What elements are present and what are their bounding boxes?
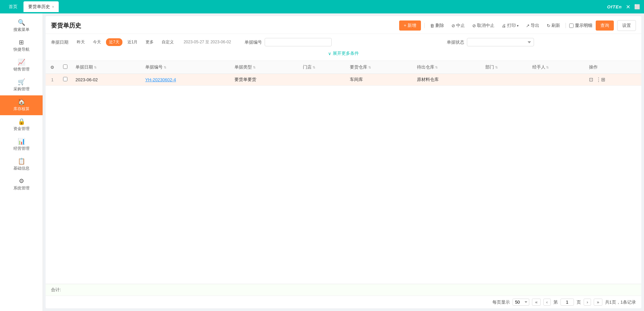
doc-status-select[interactable] <box>467 38 534 46</box>
row-req-warehouse: 车间库 <box>346 74 413 86</box>
settings-button[interactable]: 设置 <box>617 20 636 31</box>
table-footer: 合计: <box>46 284 641 296</box>
row-doc-type: 要货单要货 <box>230 74 299 86</box>
row-doc-number[interactable]: YH-20230602-4 <box>141 74 230 86</box>
footer-total-label: 合计: <box>51 287 61 293</box>
last-page-button[interactable]: » <box>594 299 602 306</box>
new-button[interactable]: + 新增 <box>399 20 421 31</box>
th-handler[interactable]: 经手人 <box>528 61 585 74</box>
display-detail-checkbox-wrap[interactable]: 显示明细 <box>569 23 592 29</box>
inventory-icon: 🏠 <box>18 99 25 105</box>
window-close-icon[interactable]: ✕ <box>626 4 630 10</box>
display-detail-checkbox[interactable] <box>569 24 574 28</box>
page-header: 要货单历史 + 新增 🗑 删除 ⊘ 中止 ⊘ 取消中止 🖨 打 <box>46 16 641 34</box>
th-dept[interactable]: 部门 <box>481 61 528 74</box>
sidebar-item-finance-mgmt[interactable]: 🔒 资金管理 <box>0 115 43 135</box>
date-btn-yesterday[interactable]: 昨天 <box>74 38 88 46</box>
date-range-display: 2023-05-27 至 2023-06-02 <box>183 39 231 45</box>
toolbar-divider-2 <box>566 23 566 28</box>
date-btn-1month[interactable]: 近1月 <box>124 38 141 46</box>
refresh-button[interactable]: ↻ 刷新 <box>545 21 562 30</box>
next-page-button[interactable]: › <box>584 299 591 306</box>
filter-row-1: 单据日期 昨天 今天 近7天 近1月 更多 自定义 2023-05-27 至 2… <box>51 38 636 46</box>
top-bar: 首页 要货单历史 × OfTEn ✕ ⬜ <box>0 0 644 13</box>
data-table: ⚙ 单据日期 单据编号 单据类型 门店 要货仓库 待出仓库 部门 经手人 操作 <box>46 61 641 86</box>
th-action: 操作 <box>585 61 641 74</box>
per-page-select[interactable]: 50 20 100 <box>513 299 529 306</box>
row-checkbox[interactable] <box>63 77 67 81</box>
sidebar-item-inventory[interactable]: 🏠 库存核算 <box>0 95 43 115</box>
purchase-mgmt-icon: 🛒 <box>18 79 25 85</box>
page-input[interactable] <box>560 299 574 306</box>
expand-more-label: 展开更多条件 <box>333 50 359 56</box>
doc-number-input[interactable] <box>265 38 332 46</box>
prev-page-button[interactable]: ‹ <box>543 299 551 306</box>
date-btn-today[interactable]: 今天 <box>90 38 104 46</box>
quick-nav-icon: ⊞ <box>19 39 24 45</box>
doc-number-label: 单据编号 <box>245 39 262 45</box>
delete-button[interactable]: 🗑 删除 <box>428 21 446 30</box>
sidebar-item-finance-mgmt-label: 资金管理 <box>13 126 30 132</box>
sidebar-item-operation-mgmt[interactable]: 📊 经营管理 <box>0 135 43 155</box>
row-action-view-icon[interactable]: ⊡ <box>589 77 593 83</box>
sidebar-item-sales-mgmt[interactable]: 📈 销售管理 <box>0 56 43 76</box>
cancel-stop-icon: ⊘ <box>472 23 476 28</box>
select-all-checkbox[interactable] <box>63 64 67 69</box>
row-doc-date: 2023-06-02 <box>71 74 141 86</box>
tab-home[interactable]: 首页 <box>4 1 22 12</box>
row-store <box>299 74 346 86</box>
query-button[interactable]: 查询 <box>596 20 614 31</box>
th-doc-number[interactable]: 单据编号 <box>141 61 230 74</box>
toolbar: + 新增 🗑 删除 ⊘ 中止 ⊘ 取消中止 🖨 打印 ▾ <box>399 20 636 31</box>
print-icon: 🖨 <box>502 23 506 28</box>
th-settings[interactable]: ⚙ <box>46 61 59 74</box>
row-pending-warehouse: 原材料仓库 <box>413 74 481 86</box>
page-label: 第 <box>553 299 558 305</box>
window-maximize-icon[interactable]: ⬜ <box>634 4 640 9</box>
row-actions: ⊡ ⋮⊞ <box>585 74 641 86</box>
stop-button[interactable]: ⊘ 中止 <box>449 21 467 30</box>
sidebar-item-search-menu[interactable]: 🔍 搜索菜单 <box>0 16 43 36</box>
print-button[interactable]: 🖨 打印 ▾ <box>500 21 521 30</box>
row-checkbox-cell <box>59 74 71 86</box>
sidebar-item-quick-nav-label: 快捷导航 <box>13 47 30 52</box>
doc-number-filter-group: 单据编号 <box>245 38 434 46</box>
first-page-button[interactable]: « <box>532 299 540 306</box>
cancel-stop-button[interactable]: ⊘ 取消中止 <box>470 21 496 30</box>
expand-more-button[interactable]: ∨ 展开更多条件 <box>51 49 636 58</box>
row-handler <box>528 74 585 86</box>
th-store[interactable]: 门店 <box>299 61 346 74</box>
basic-info-icon: 📋 <box>18 158 25 164</box>
th-doc-date[interactable]: 单据日期 <box>71 61 141 74</box>
date-btn-custom[interactable]: 自定义 <box>159 38 177 46</box>
table-row: 1 2023-06-02 YH-20230602-4 要货单要货 车间库 原材料… <box>46 74 641 86</box>
sidebar-item-system-mgmt[interactable]: ⚙ 系统管理 <box>0 175 43 194</box>
export-button[interactable]: ↗ 导出 <box>524 21 541 30</box>
date-filter-buttons: 昨天 今天 近7天 近1月 更多 自定义 <box>74 38 177 46</box>
sidebar-item-operation-mgmt-label: 经营管理 <box>13 146 30 151</box>
date-btn-7days[interactable]: 近7天 <box>106 38 122 46</box>
th-doc-type[interactable]: 单据类型 <box>230 61 299 74</box>
th-req-warehouse[interactable]: 要货仓库 <box>346 61 413 74</box>
date-btn-more[interactable]: 更多 <box>143 38 157 46</box>
pagination: 每页显示 50 20 100 « ‹ 第 页 › » 共1页，1条记录 <box>46 296 641 308</box>
sidebar-item-purchase-mgmt-label: 采购管理 <box>13 86 30 92</box>
tab-close-icon[interactable]: × <box>52 5 54 9</box>
export-icon: ↗ <box>526 23 530 28</box>
sidebar-item-purchase-mgmt[interactable]: 🛒 采购管理 <box>0 76 43 95</box>
th-pending-warehouse[interactable]: 待出仓库 <box>413 61 481 74</box>
sidebar-item-basic-info[interactable]: 📋 基础信息 <box>0 155 43 175</box>
finance-mgmt-icon: 🔒 <box>18 119 25 125</box>
search-menu-icon: 🔍 <box>18 19 25 26</box>
sidebar-item-quick-nav[interactable]: ⊞ 快捷导航 <box>0 36 43 56</box>
content-area: 要货单历史 + 新增 🗑 删除 ⊘ 中止 ⊘ 取消中止 🖨 打 <box>46 16 641 308</box>
row-action-more-icon[interactable]: ⋮⊞ <box>596 77 605 83</box>
filter-area: 单据日期 昨天 今天 近7天 近1月 更多 自定义 2023-05-27 至 2… <box>46 34 641 61</box>
sidebar-item-system-mgmt-label: 系统管理 <box>13 185 30 191</box>
tab-requisition-history[interactable]: 要货单历史 × <box>23 1 59 12</box>
row-num: 1 <box>46 74 59 86</box>
table-body: 1 2023-06-02 YH-20230602-4 要货单要货 车间库 原材料… <box>46 74 641 86</box>
chevron-down-icon: ∨ <box>328 51 331 56</box>
sidebar: 🔍 搜索菜单 ⊞ 快捷导航 📈 销售管理 🛒 采购管理 🏠 库存核算 🔒 资金管… <box>0 13 43 311</box>
brand-text: OfTEn <box>607 4 622 9</box>
